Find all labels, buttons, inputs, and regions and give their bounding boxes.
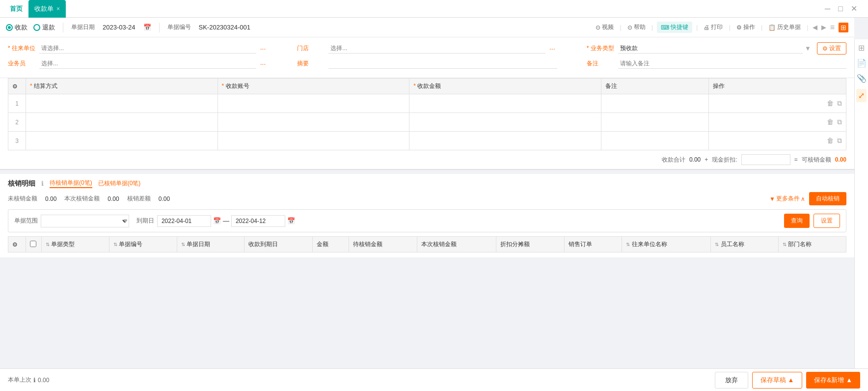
row2-delete-icon[interactable]: 🗑 [827,118,834,126]
date-range: 📅 — 📅 [157,215,295,227]
radio-refund[interactable]: 退款 [33,23,55,32]
operation-btn[interactable]: ⚙ 操作 [734,22,757,32]
bottom-gear-header[interactable]: ⚙ [8,237,26,252]
row1-delete-icon[interactable]: 🗑 [827,99,834,107]
shop-input[interactable] [328,43,545,54]
done-tab-link[interactable]: 已核销单据(0笔) [98,179,141,188]
due-date-end-input[interactable] [231,215,285,227]
business-type-input[interactable] [618,43,803,54]
form-fields: 往来单位 ··· 门店 ··· 业务类型 ▼ ⚙ 业务类型 设置 [0,37,854,78]
remark-field: 备注 [587,58,846,69]
available-value: 0.00 [835,156,846,163]
due-date-label: 到期日 [136,217,154,225]
sidebar-table-icon[interactable]: ⊞ [858,43,865,53]
row3-delete-icon[interactable]: 🗑 [827,137,834,144]
shop-more-icon[interactable]: ··· [547,45,557,53]
save-new-dropdown-icon[interactable]: ▲ [846,376,852,384]
counterpart-more-icon[interactable]: ··· [258,45,268,53]
shortcut-btn[interactable]: ⌨ 快捷键 [657,22,692,33]
row-num-3: 3 [8,132,26,150]
reconcile-info-icon: ℹ [41,180,44,187]
row3-remark[interactable] [601,132,708,150]
voucher-range-select[interactable] [41,215,129,227]
row2-account[interactable] [217,113,409,132]
help-btn[interactable]: ⊙ 帮助 [625,22,648,32]
help-icon: ⊙ [627,24,632,31]
receipt-table: ⚙ * 结算方式 * 收款账号 * 收款金额 备注 [8,78,846,150]
calendar-icon[interactable]: 📅 [143,24,151,31]
row-num-1: 1 [8,94,26,113]
nav-prev-icon[interactable]: ◀ [813,24,817,31]
th-voucher-date: ⇅ 单据日期 [177,237,244,252]
pending-tab-link[interactable]: 待核销单据(0笔) [50,179,92,188]
sidebar-link-icon[interactable]: ⤢ [856,89,867,102]
discard-btn[interactable]: 放弃 [715,372,748,389]
gear-header[interactable]: ⚙ [8,79,26,94]
current-reconcile-label: 本次核销金额 [64,195,100,203]
page-footer: 本单上次 ℹ 0.00 放弃 保存草稿 ▲ 保存&新增 ▲ [0,368,868,391]
row3-copy-icon[interactable]: ⧉ [837,137,842,144]
toolbar-divider-2 [159,23,160,32]
sidebar-attachment-icon[interactable]: 📎 [857,74,867,83]
row2-amount[interactable] [409,113,601,132]
print-btn[interactable]: 🖨 打印 [702,22,725,32]
salesperson-input[interactable] [39,58,256,69]
close-tab-icon[interactable]: × [56,5,60,12]
list-view-icon[interactable]: ≡ [830,23,835,32]
form-row-2: 业务员 ··· 摘要 备注 [8,58,846,69]
settings-button[interactable]: ⚙ 业务类型 设置 [817,42,846,55]
table-settings-icon[interactable]: ⚙ [12,83,18,90]
due-date-start-input[interactable] [157,215,211,227]
start-calendar-icon[interactable]: 📅 [213,217,221,224]
counterpart-input[interactable] [39,43,256,54]
row3-amount[interactable] [409,132,601,150]
auto-reconcile-btn[interactable]: 自动核销 [809,192,846,205]
summary-input[interactable] [328,58,557,69]
row1-amount[interactable] [409,94,601,113]
save-draft-dropdown-icon[interactable]: ▲ [788,376,794,384]
salesperson-more-icon[interactable]: ··· [258,60,268,68]
bottom-settings-icon[interactable]: ⚙ [12,241,18,248]
row1-remark[interactable] [601,94,708,113]
date-range-dash: — [223,217,229,224]
th-amount: 金额 [313,237,349,252]
more-conditions-btn[interactable]: ▼ 更多条件 ∧ [769,195,805,203]
save-new-btn[interactable]: 保存&新增 ▲ [806,372,860,389]
row3-settlement[interactable] [26,132,218,150]
discount-input[interactable] [741,154,790,165]
query-btn[interactable]: 查询 [784,214,810,228]
th-action: 操作 [708,79,846,94]
history-btn[interactable]: 📋 历史单据 [766,22,803,32]
row2-remark[interactable] [601,113,708,132]
nav-next-icon[interactable]: ▶ [821,24,826,31]
receipt-type-radio: 收款 退款 [6,23,55,32]
minimize-button[interactable]: ─ [822,3,833,14]
business-type-field: 业务类型 ▼ ⚙ 业务类型 设置 [587,42,846,55]
tab-home[interactable]: 首页 [4,0,28,18]
end-calendar-icon[interactable]: 📅 [287,217,295,224]
business-type-dropdown-icon[interactable]: ▼ [805,45,811,52]
settings-filter-btn[interactable]: 设置 [814,214,840,228]
sidebar-document-icon[interactable]: 📄 [857,58,867,68]
radio-receipt[interactable]: 收款 [6,23,27,32]
voucher-range-label: 单据范围 [14,217,38,225]
main-content: 收款 退款 单据日期 2023-03-24 📅 单据编号 SK-20230324… [0,18,854,391]
row2-copy-icon[interactable]: ⧉ [837,118,842,126]
voucher-range-field: 单据范围 ▼ [14,215,129,227]
row2-settlement[interactable] [26,113,218,132]
row3-account[interactable] [217,132,409,150]
maximize-button[interactable]: □ [835,3,846,14]
save-draft-btn[interactable]: 保存草稿 ▲ [752,372,803,389]
close-window-button[interactable]: ✕ [848,3,860,14]
remark-input[interactable] [618,58,846,69]
row1-settlement[interactable] [26,94,218,113]
video-btn[interactable]: ⊙ 视频 [594,22,616,32]
tab-receipt[interactable]: 收款单 × [28,0,66,18]
select-all-checkbox[interactable] [30,241,36,247]
row1-copy-icon[interactable]: ⧉ [837,99,842,107]
counterpart-field: 往来单位 ··· [8,43,268,54]
filter-row: 单据范围 ▼ 到期日 📅 — 📅 查询 设置 [8,209,846,232]
grid-view-icon[interactable]: ⊞ [839,23,848,32]
bottom-checkbox-header[interactable] [26,237,42,252]
row1-account[interactable] [217,94,409,113]
